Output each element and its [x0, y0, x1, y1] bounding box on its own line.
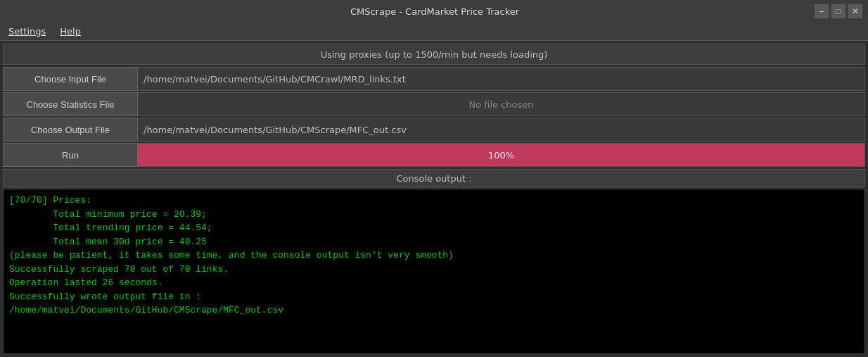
- statistics-file-row: Choose Statistics File No file chosen: [3, 92, 865, 116]
- menu-bar: Settings Help: [0, 23, 868, 41]
- console-label-text: Console output :: [396, 173, 471, 184]
- console-line: (please be patient, it takes some time, …: [9, 249, 859, 263]
- run-row: Run 100%: [3, 143, 865, 167]
- console-label: Console output :: [3, 169, 865, 187]
- choose-input-file-button[interactable]: Choose Input File: [3, 67, 138, 91]
- console-line: Total minimum price = 20.39;: [9, 208, 859, 222]
- console-line: Successfully wrote output file in :: [9, 290, 859, 304]
- progress-bar-container: 100%: [138, 143, 865, 167]
- output-file-row: Choose Output File /home/matvei/Document…: [3, 118, 865, 142]
- progress-bar-text: 100%: [138, 144, 864, 166]
- window-title: CMScrape - CardMarket Price Tracker: [55, 6, 815, 17]
- maximize-button[interactable]: □: [831, 4, 845, 18]
- window-controls: – □ ✕: [815, 4, 862, 18]
- console-line: Successfully scraped 70 out of 70 links.: [9, 263, 859, 277]
- menu-settings[interactable]: Settings: [3, 25, 51, 38]
- input-file-path: /home/matvei/Documents/GitHub/CMCrawl/MR…: [138, 67, 865, 91]
- proxy-bar: Using proxies (up to 1500/min but needs …: [3, 44, 865, 65]
- close-button[interactable]: ✕: [848, 4, 862, 18]
- output-file-path: /home/matvei/Documents/GitHub/CMScrape/M…: [138, 118, 865, 142]
- run-button[interactable]: Run: [3, 143, 138, 167]
- console-output[interactable]: [70/70] Prices: Total minimum price = 20…: [3, 189, 865, 354]
- title-bar: CMScrape - CardMarket Price Tracker – □ …: [0, 0, 868, 23]
- console-line: /home/matvei/Documents/GitHub/CMScrape/M…: [9, 303, 859, 318]
- statistics-file-path: No file chosen: [138, 92, 865, 116]
- console-line: Total trending price = 44.54;: [9, 221, 859, 235]
- choose-statistics-file-button[interactable]: Choose Statistics File: [3, 92, 138, 116]
- console-line: [70/70] Prices:: [9, 194, 859, 208]
- choose-output-file-button[interactable]: Choose Output File: [3, 118, 138, 142]
- proxy-text: Using proxies (up to 1500/min but needs …: [321, 49, 548, 60]
- minimize-button[interactable]: –: [815, 4, 829, 18]
- menu-help[interactable]: Help: [54, 25, 87, 38]
- input-file-row: Choose Input File /home/matvei/Documents…: [3, 67, 865, 91]
- console-line: Total mean 30d price = 40.25: [9, 235, 859, 249]
- content-area: Using proxies (up to 1500/min but needs …: [0, 41, 868, 357]
- console-line: Operation lasted 26 seconds.: [9, 276, 859, 290]
- app-window: CMScrape - CardMarket Price Tracker – □ …: [0, 0, 868, 357]
